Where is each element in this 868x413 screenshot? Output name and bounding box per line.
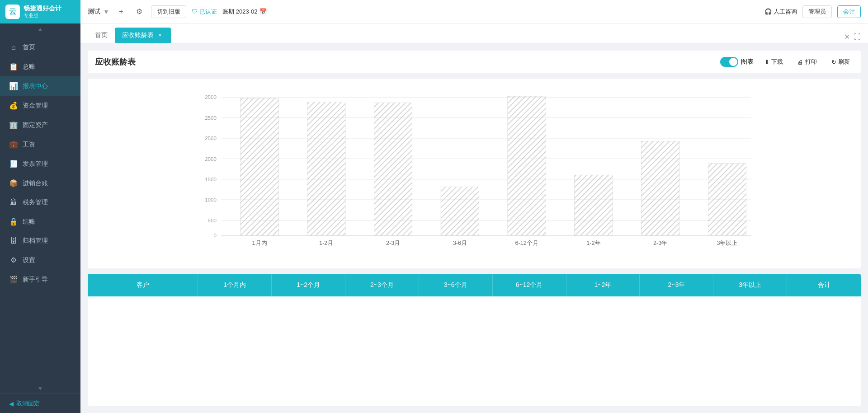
chart-toggle[interactable] [720, 57, 738, 67]
sidebar-item-trade[interactable]: 📦 进销台账 [0, 174, 80, 193]
bar-2 [307, 102, 345, 236]
closing-icon: 🔒 [9, 217, 18, 226]
tab-expand-btn[interactable]: ⛶ [854, 33, 861, 41]
home-icon: ⌂ [9, 43, 18, 52]
sidebar-scroll-down[interactable]: ▼ [0, 383, 80, 394]
verified-badge: 🛡 已认证 [192, 8, 217, 16]
tax-icon: 🏛 [9, 198, 18, 206]
sidebar-logo: 云 畅捷通好会计 专业版 [0, 0, 80, 23]
sidebar-item-home[interactable]: ⌂ 首页 [0, 38, 80, 57]
svg-text:500: 500 [208, 217, 217, 223]
svg-text:3年以上: 3年以上 [717, 240, 737, 246]
sidebar-item-tax[interactable]: 🏛 税务管理 [0, 193, 80, 212]
tax-label: 税务管理 [23, 198, 48, 206]
print-icon: 🖨 [797, 59, 803, 66]
old-version-btn[interactable]: 切到旧版 [151, 5, 186, 18]
add-project-btn[interactable]: + [115, 5, 127, 18]
sidebar-scroll-up[interactable]: ▲ [0, 23, 80, 34]
refresh-label: 刷新 [838, 58, 850, 66]
fund-label: 资金管理 [23, 102, 48, 110]
bar-4 [441, 187, 479, 236]
reports-label: 报表中心 [23, 82, 48, 90]
salary-icon: 💼 [9, 140, 18, 149]
settings-label: 设置 [23, 256, 35, 264]
settings-icon: ⚙ [9, 256, 18, 264]
assets-label: 固定资产 [23, 121, 48, 129]
table-header-6: 1~2年 [566, 274, 640, 296]
sidebar-item-ledger[interactable]: 📋 总账 [0, 57, 80, 76]
calendar-icon[interactable]: 📅 [259, 8, 267, 15]
download-icon: ⬇ [764, 59, 769, 66]
svg-text:1-2年: 1-2年 [586, 240, 600, 246]
tab-close-window-btn[interactable]: ✕ [844, 33, 850, 41]
bar-8 [708, 164, 746, 235]
project-dropdown-icon[interactable]: ▼ [103, 8, 109, 15]
support-btn[interactable]: 🎧 人工咨询 [764, 8, 797, 16]
table-header-0: 客户 [88, 274, 198, 296]
sidebar-item-settings[interactable]: ⚙ 设置 [0, 250, 80, 270]
sidebar-item-archive[interactable]: 🗄 归档管理 [0, 231, 80, 250]
refresh-icon: ↻ [831, 59, 836, 66]
chart-toggle-label: 图表 [741, 58, 754, 66]
sidebar-item-guide[interactable]: 🎬 新手引导 [0, 270, 80, 289]
print-btn[interactable]: 🖨 打印 [794, 56, 821, 68]
svg-text:2000: 2000 [205, 156, 217, 162]
bar-chart: 2500 2500 2500 2000 1500 1000 500 0 1月内 [101, 88, 847, 259]
page-title: 应收账龄表 [95, 56, 136, 67]
sidebar-item-reports[interactable]: 📊 报表中心 [0, 76, 80, 96]
svg-text:1000: 1000 [205, 197, 217, 202]
tab-close-aging[interactable]: × [156, 32, 164, 39]
table-header-2: 1~2个月 [272, 274, 345, 296]
print-label: 打印 [805, 58, 817, 66]
salary-label: 工资 [23, 141, 35, 149]
main-area: 测试 ▼ + ⚙ 切到旧版 🛡 已认证 账期 2023-02 📅 🎧 人工咨询 … [80, 0, 868, 413]
ledger-label: 总账 [23, 63, 35, 71]
tab-aging[interactable]: 应收账龄表× [115, 28, 171, 43]
sidebar-item-assets[interactable]: 🏢 固定资产 [0, 115, 80, 135]
sidebar-unfix-label: 取消固定 [16, 399, 40, 408]
period-display: 账期 2023-02 📅 [222, 8, 267, 16]
bar-7 [641, 141, 679, 235]
role-btn[interactable]: 会计 [837, 5, 861, 18]
refresh-btn[interactable]: ↻ 刷新 [828, 56, 854, 68]
chart-container: 2500 2500 2500 2000 1500 1000 500 0 1月内 [88, 79, 861, 268]
page-header: 应收账龄表 图表 ⬇ 下载 🖨 打印 ↻ 刷新 [88, 51, 861, 73]
bar-6 [575, 175, 613, 235]
tabbar: 首页应收账龄表× ✕ ⛶ [80, 23, 868, 43]
trade-label: 进销台账 [23, 179, 48, 188]
invoice-label: 发票管理 [23, 160, 48, 168]
archive-icon: 🗄 [9, 237, 18, 245]
topbar-right: 🎧 人工咨询 管理员 会计 [764, 5, 861, 18]
user-btn[interactable]: 管理员 [802, 5, 832, 18]
project-name: 测试 [88, 8, 100, 16]
tab-home[interactable]: 首页 [88, 28, 115, 43]
page-actions: 图表 ⬇ 下载 🖨 打印 ↻ 刷新 [720, 56, 854, 68]
svg-text:1500: 1500 [205, 176, 217, 182]
download-btn[interactable]: ⬇ 下载 [761, 56, 787, 68]
period-label: 账期 [222, 8, 234, 16]
settings-btn[interactable]: ⚙ [133, 5, 146, 18]
sidebar-item-closing[interactable]: 🔒 结账 [0, 212, 80, 231]
sidebar-item-fund[interactable]: 💰 资金管理 [0, 96, 80, 115]
table-header-3: 2~3个月 [345, 274, 419, 296]
svg-text:3-6月: 3-6月 [453, 240, 467, 246]
sidebar-item-salary[interactable]: 💼 工资 [0, 135, 80, 154]
sidebar: 云 畅捷通好会计 专业版 ▲ ⌂ 首页 📋 总账 📊 报表中心 💰 资金管理 🏢… [0, 0, 80, 413]
support-label: 人工咨询 [774, 8, 797, 16]
tab-label-aging: 应收账龄表 [122, 31, 154, 39]
guide-icon: 🎬 [9, 275, 18, 284]
content-area: 应收账龄表 图表 ⬇ 下载 🖨 打印 ↻ 刷新 [80, 43, 868, 413]
svg-text:2500: 2500 [205, 115, 217, 121]
table-header-4: 3~6个月 [419, 274, 493, 296]
svg-text:1月内: 1月内 [252, 240, 267, 246]
topbar: 测试 ▼ + ⚙ 切到旧版 🛡 已认证 账期 2023-02 📅 🎧 人工咨询 … [80, 0, 868, 23]
guide-label: 新手引导 [23, 276, 48, 284]
invoice-icon: 🧾 [9, 160, 18, 168]
sidebar-unfix-btn[interactable]: ◀ 取消固定 [0, 394, 80, 413]
logo-title: 畅捷通好会计 [24, 5, 61, 12]
archive-label: 归档管理 [23, 237, 48, 245]
chart-toggle-group: 图表 [720, 57, 754, 67]
sidebar-item-invoice[interactable]: 🧾 发票管理 [0, 154, 80, 174]
svg-text:2500: 2500 [205, 135, 217, 141]
shield-icon: 🛡 [192, 8, 198, 15]
